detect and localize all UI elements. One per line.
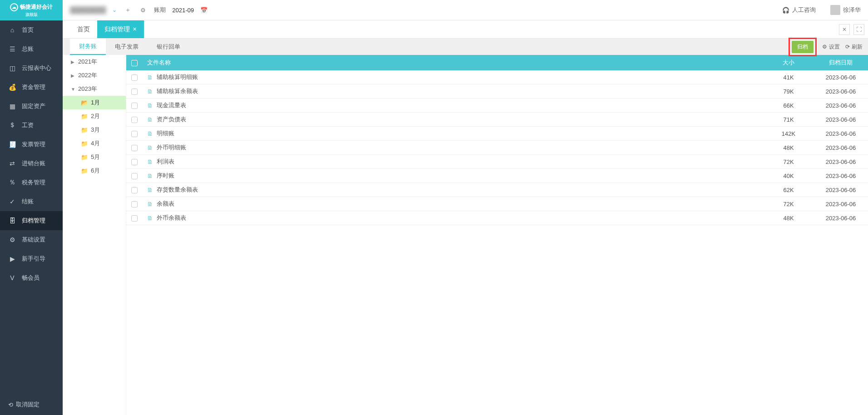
table-row[interactable]: 🗎序时账 40K 2023-06-06 bbox=[126, 169, 868, 183]
home-icon: ⌂ bbox=[8, 26, 16, 34]
funds-icon: 💰 bbox=[8, 83, 16, 91]
nav-item-stock[interactable]: ⇄进销台账 bbox=[0, 154, 63, 173]
tab[interactable]: 归档管理✕ bbox=[97, 20, 144, 38]
table-row[interactable]: 🗎现金流量表 66K 2023-06-06 bbox=[126, 99, 868, 113]
file-date: 2023-06-06 bbox=[813, 211, 868, 225]
year-tree: ▶2021年▶2022年▼2023年📂1月📁2月📁3月📁4月📁5月📁6月 bbox=[63, 55, 126, 415]
row-checkbox[interactable] bbox=[131, 215, 138, 222]
nav-item-close[interactable]: ✓结账 bbox=[0, 192, 63, 211]
company-settings-button[interactable]: ⚙ bbox=[139, 5, 148, 15]
row-checkbox[interactable] bbox=[131, 145, 138, 151]
avatar-icon bbox=[830, 5, 840, 15]
calendar-icon[interactable]: 📅 bbox=[200, 7, 208, 14]
support-label: 人工咨询 bbox=[792, 6, 816, 14]
settings-icon: ⚙ bbox=[8, 236, 16, 244]
tab-label: 归档管理 bbox=[104, 25, 130, 34]
sub-tab[interactable]: 电子发票 bbox=[106, 39, 148, 55]
table-row[interactable]: 🗎存货数量余额表 62K 2023-06-06 bbox=[126, 183, 868, 197]
username: 徐泽华 bbox=[843, 6, 861, 14]
row-checkbox[interactable] bbox=[131, 117, 138, 123]
file-icon: 🗎 bbox=[147, 74, 153, 81]
row-checkbox[interactable] bbox=[131, 173, 138, 179]
refresh-link[interactable]: ⟳ 刷新 bbox=[845, 43, 863, 51]
fullscreen-button[interactable]: ⛶ bbox=[853, 24, 864, 35]
support-button[interactable]: 🎧 人工咨询 bbox=[782, 6, 816, 14]
table-row[interactable]: 🗎辅助核算余额表 79K 2023-06-06 bbox=[126, 84, 868, 99]
file-date: 2023-06-06 bbox=[813, 183, 868, 197]
tree-year[interactable]: ▶2021年 bbox=[63, 55, 126, 69]
table-row[interactable]: 🗎余额表 72K 2023-06-06 bbox=[126, 197, 868, 211]
nav-label: 归档管理 bbox=[22, 217, 45, 225]
headset-icon: 🎧 bbox=[782, 7, 789, 14]
nav-item-salary[interactable]: ＄工资 bbox=[0, 116, 63, 135]
nav-item-invoice[interactable]: 🧾发票管理 bbox=[0, 135, 63, 154]
row-checkbox[interactable] bbox=[131, 201, 138, 208]
file-date: 2023-06-06 bbox=[813, 169, 868, 183]
tree-year[interactable]: ▶2022年 bbox=[63, 69, 126, 82]
month-label: 5月 bbox=[91, 153, 100, 161]
row-checkbox[interactable] bbox=[131, 74, 138, 81]
close-icon: ✓ bbox=[8, 198, 16, 206]
nav-item-archive[interactable]: 🗄归档管理 bbox=[0, 211, 63, 230]
nav-item-funds[interactable]: 💰资金管理 bbox=[0, 78, 63, 97]
tree-month[interactable]: 📁3月 bbox=[63, 123, 126, 137]
tree-year[interactable]: ▼2023年 bbox=[63, 82, 126, 96]
tree-month[interactable]: 📁2月 bbox=[63, 109, 126, 123]
table-row[interactable]: 🗎利润表 72K 2023-06-06 bbox=[126, 155, 868, 169]
file-name: 余额表 bbox=[157, 200, 174, 208]
file-icon: 🗎 bbox=[147, 116, 153, 123]
nav-label: 税务管理 bbox=[22, 178, 45, 187]
archive-button[interactable]: 归档 bbox=[792, 41, 813, 53]
sub-tab[interactable]: 财务账 bbox=[70, 39, 106, 55]
file-icon: 🗎 bbox=[147, 130, 153, 137]
brand-logo[interactable]: ☁ 畅捷通好会计 旗舰版 bbox=[0, 0, 63, 20]
cloud-icon: ☁ bbox=[10, 3, 18, 11]
close-icon[interactable]: ✕ bbox=[133, 26, 137, 32]
arrow-left-icon: ⟲ bbox=[8, 401, 13, 408]
close-all-tabs-button[interactable]: ✕ bbox=[839, 24, 850, 35]
year-label: 2021年 bbox=[78, 58, 97, 66]
nav-item-vip[interactable]: V畅会员 bbox=[0, 268, 63, 287]
chevron-down-icon[interactable]: ⌄ bbox=[112, 7, 117, 13]
file-date: 2023-06-06 bbox=[813, 70, 868, 84]
table-row[interactable]: 🗎外币余额表 48K 2023-06-06 bbox=[126, 211, 868, 225]
assets-icon: ▦ bbox=[8, 102, 16, 110]
nav-item-home[interactable]: ⌂首页 bbox=[0, 20, 63, 40]
row-checkbox[interactable] bbox=[131, 89, 138, 95]
file-name: 利润表 bbox=[157, 158, 174, 166]
tree-month[interactable]: 📂1月 bbox=[63, 96, 126, 109]
select-all-checkbox[interactable] bbox=[131, 60, 138, 66]
file-icon: 🗎 bbox=[147, 144, 153, 151]
nav-item-guide[interactable]: ▶新手引导 bbox=[0, 249, 63, 268]
month-label: 1月 bbox=[91, 99, 100, 107]
tree-month[interactable]: 📁6月 bbox=[63, 164, 126, 178]
nav-item-tax[interactable]: ％税务管理 bbox=[0, 173, 63, 192]
user-menu[interactable]: 徐泽华 bbox=[830, 5, 861, 15]
settings-label: 设置 bbox=[829, 43, 840, 51]
sub-tab[interactable]: 银行回单 bbox=[148, 39, 189, 55]
nav-item-settings[interactable]: ⚙基础设置 bbox=[0, 230, 63, 249]
settings-link[interactable]: ⚙ 设置 bbox=[822, 43, 840, 51]
row-checkbox[interactable] bbox=[131, 159, 138, 165]
table-row[interactable]: 🗎辅助核算明细账 41K 2023-06-06 bbox=[126, 70, 868, 84]
tree-month[interactable]: 📁5月 bbox=[63, 150, 126, 164]
row-checkbox[interactable] bbox=[131, 103, 138, 109]
unpin-button[interactable]: ⟲ 取消固定 bbox=[0, 394, 63, 415]
nav-item-assets[interactable]: ▦固定资产 bbox=[0, 97, 63, 116]
table-row[interactable]: 🗎明细账 142K 2023-06-06 bbox=[126, 127, 868, 141]
row-checkbox[interactable] bbox=[131, 131, 138, 137]
add-company-button[interactable]: ＋ bbox=[123, 5, 132, 15]
nav-label: 总账 bbox=[22, 45, 34, 53]
tab[interactable]: 首页 bbox=[70, 20, 97, 38]
table-row[interactable]: 🗎资产负债表 71K 2023-06-06 bbox=[126, 113, 868, 127]
nav-item-report[interactable]: ◫云报表中心 bbox=[0, 59, 63, 78]
file-icon: 🗎 bbox=[147, 102, 153, 109]
topbar: ████████ ⌄ ＋ ⚙ 账期 2021-09 📅 🎧 人工咨询 徐泽华 bbox=[63, 0, 868, 20]
period-value[interactable]: 2021-09 bbox=[172, 7, 194, 14]
nav-item-ledger[interactable]: ☰总账 bbox=[0, 40, 63, 59]
tree-month[interactable]: 📁4月 bbox=[63, 137, 126, 150]
col-header-date: 归档日期 bbox=[813, 55, 868, 70]
company-selector[interactable]: ████████ bbox=[70, 6, 106, 14]
row-checkbox[interactable] bbox=[131, 187, 138, 193]
table-row[interactable]: 🗎外币明细账 48K 2023-06-06 bbox=[126, 141, 868, 155]
